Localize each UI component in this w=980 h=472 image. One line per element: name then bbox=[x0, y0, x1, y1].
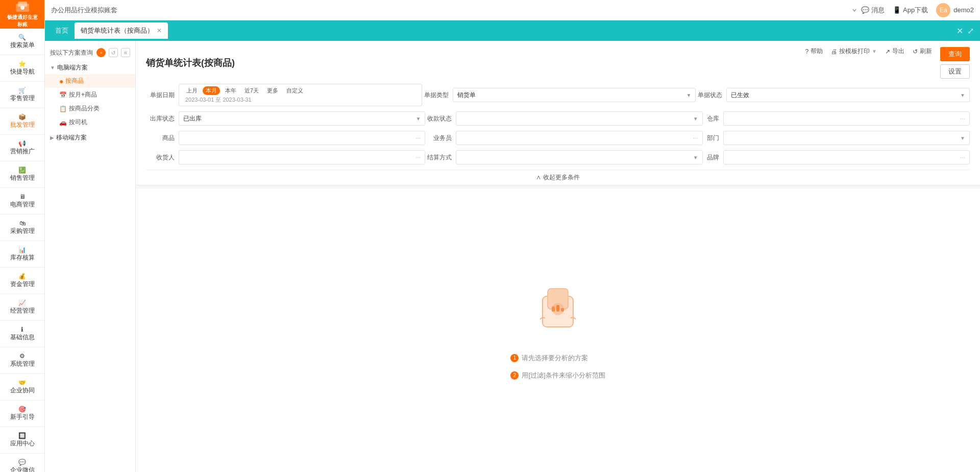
sidebar-item-guide[interactable]: 🎯 新手引导 bbox=[0, 400, 44, 427]
settle-filter[interactable]: ▼ bbox=[456, 150, 702, 164]
sidebar-item-weixin[interactable]: 💬 企业微信 bbox=[0, 454, 44, 472]
close-tab-btn[interactable]: ✕ bbox=[957, 26, 963, 36]
collapse-panel-btn[interactable]: « bbox=[121, 48, 130, 57]
pill-this-month[interactable]: 本月 bbox=[203, 86, 220, 95]
cart-icon: 🛒 bbox=[2, 87, 42, 94]
pill-7days[interactable]: 近7天 bbox=[241, 86, 262, 95]
brand-label: 品牌 bbox=[703, 153, 723, 162]
tree-expand-icon: ▼ bbox=[50, 65, 55, 70]
sidebar-label-system: 系统管理 bbox=[2, 360, 42, 368]
app-download-action[interactable]: 📱 App下载 bbox=[893, 6, 928, 15]
sidebar-item-appcenter[interactable]: 🔲 应用中心 bbox=[0, 427, 44, 454]
sidebar-item-marketing[interactable]: 📢 营销推广 bbox=[0, 135, 44, 161]
app-download-label: App下载 bbox=[903, 6, 928, 15]
sidebar-item-collab[interactable]: 🤝 企业协同 bbox=[0, 374, 44, 400]
sidebar-label-quicknav: 快捷导航 bbox=[2, 67, 42, 76]
sales-report-tab-label: 销货单统计表（按商品） bbox=[81, 26, 154, 35]
expand-tab-btn[interactable]: ⤢ bbox=[967, 26, 974, 36]
user-name: demo2 bbox=[953, 6, 974, 14]
svg-rect-7 bbox=[556, 305, 559, 312]
tab-home[interactable]: 首页 bbox=[49, 22, 75, 39]
tab-sales-report[interactable]: 销货单统计表（按商品） ✕ bbox=[75, 22, 168, 39]
department-filter[interactable]: ▼ bbox=[723, 131, 970, 145]
settings-button[interactable]: 设置 bbox=[940, 64, 970, 79]
pill-more[interactable]: 更多 bbox=[264, 86, 281, 95]
logo-text: 畅捷通好生意 bbox=[7, 14, 38, 21]
out-status-dropdown-icon: ▼ bbox=[415, 116, 421, 122]
shopping-icon: 🛍 bbox=[2, 220, 42, 227]
message-action[interactable]: 💬 消息 bbox=[861, 6, 885, 15]
tree-group-pc-header[interactable]: ▼ 电脑端方案 bbox=[45, 61, 135, 74]
avatar: Ea bbox=[936, 3, 950, 17]
collect-status-filter[interactable]: ▼ bbox=[456, 111, 702, 126]
sidebar-label-search: 搜索菜单 bbox=[2, 41, 42, 50]
tree-item-by-driver[interactable]: 🚗 按司机 bbox=[45, 115, 135, 129]
sidebar-item-retail[interactable]: 🛒 零售管理 bbox=[0, 82, 44, 108]
bill-status-label: 单据状态 bbox=[696, 91, 726, 100]
refresh-action[interactable]: ↺ 刷新 bbox=[913, 47, 932, 56]
tree-collapsed-icon: ▶ bbox=[50, 135, 54, 140]
page-header-top: 销货单统计表(按商品) ? 帮助 🖨 按模板打印 ▼ bbox=[146, 47, 970, 79]
date-filter[interactable]: 上月 本月 本年 近7天 更多 自定义 2023-03-01 至 2023-03… bbox=[179, 84, 422, 106]
left-panel-header-text: 按以下方案查询 bbox=[50, 49, 93, 57]
sidebar-item-purchase[interactable]: 🛍 采购管理 bbox=[0, 215, 44, 241]
tree-group-mobile-header[interactable]: ▶ 移动端方案 bbox=[45, 131, 135, 144]
car-icon: 🚗 bbox=[59, 119, 67, 126]
export-action[interactable]: ↗ 导出 bbox=[885, 47, 904, 56]
sidebar-label-inventory: 库存核算 bbox=[2, 253, 42, 262]
sidebar-item-ecommerce[interactable]: 🖥 电商管理 bbox=[0, 188, 44, 215]
tree-item-by-goods-category[interactable]: 📋 按商品分类 bbox=[45, 102, 135, 115]
add-scheme-btn[interactable]: + bbox=[96, 48, 106, 57]
sidebar-item-wholesale[interactable]: 📦 批发管理 bbox=[0, 108, 44, 135]
sidebar-item-sales[interactable]: 💹 销售管理 bbox=[0, 161, 44, 188]
user-action[interactable]: Ea demo2 bbox=[936, 3, 974, 17]
warehouse-dots-icon: ··· bbox=[960, 115, 965, 122]
bill-type-filter[interactable]: 销货单 ▼ bbox=[453, 88, 696, 102]
pill-last-month[interactable]: 上月 bbox=[183, 86, 201, 95]
sidebar-item-management[interactable]: 📈 经营管理 bbox=[0, 294, 44, 321]
settle-label: 结算方式 bbox=[425, 153, 456, 162]
empty-illustration bbox=[527, 278, 589, 341]
page-title: 销货单统计表(按商品) bbox=[146, 57, 235, 69]
svg-rect-8 bbox=[561, 308, 564, 312]
bill-type-dropdown-icon: ▼ bbox=[686, 92, 691, 98]
bill-status-filter[interactable]: 已生效 ▼ bbox=[726, 88, 970, 102]
app-logo: 畅捷通好生意 标账 bbox=[0, 0, 45, 29]
bill-type-label: 单据类型 bbox=[422, 91, 453, 100]
sidebar-item-quicknav[interactable]: ⭐ 快捷导航 bbox=[0, 55, 44, 82]
dropdown-icon[interactable] bbox=[852, 8, 857, 13]
goods-filter[interactable]: ··· bbox=[179, 131, 425, 145]
brand-filter[interactable]: ··· bbox=[723, 150, 970, 164]
department-dropdown-icon: ▼ bbox=[960, 135, 965, 141]
sidebar-label-appcenter: 应用中心 bbox=[2, 439, 42, 448]
brand-dots-icon: ··· bbox=[960, 154, 965, 161]
warehouse-filter[interactable]: ··· bbox=[723, 111, 970, 126]
home-tab-label: 首页 bbox=[55, 26, 68, 35]
sidebar-item-basic[interactable]: ℹ 基础信息 bbox=[0, 321, 44, 347]
sidebar-item-finance[interactable]: 💰 资金管理 bbox=[0, 268, 44, 294]
sidebar-item-inventory[interactable]: 📊 库存核算 bbox=[0, 241, 44, 268]
tree-item-by-goods[interactable]: ● 按商品 bbox=[45, 74, 135, 88]
print-action[interactable]: 🖨 按模板打印 ▼ bbox=[831, 47, 877, 56]
salesperson-filter[interactable]: ··· bbox=[456, 131, 702, 145]
collapse-bar[interactable]: ∧ 收起更多条件 bbox=[146, 170, 970, 185]
help-label: 帮助 bbox=[811, 47, 823, 56]
tree-item-by-month-goods[interactable]: 📅 按月+商品 bbox=[45, 88, 135, 102]
trend-icon: 📈 bbox=[2, 299, 42, 306]
refresh-scheme-btn[interactable]: ↺ bbox=[109, 48, 118, 57]
tab-close-icon[interactable]: ✕ bbox=[157, 27, 162, 34]
sidebar-item-search[interactable]: 🔍 搜索菜单 bbox=[0, 29, 44, 55]
sidebar-item-system[interactable]: ⚙ 系统管理 bbox=[0, 347, 44, 374]
receiver-filter[interactable]: ··· bbox=[179, 150, 425, 164]
empty-state: 1 请先选择要分析的方案 2 用[过滤]条件来缩小分析范围 bbox=[136, 188, 980, 472]
out-status-filter[interactable]: 已出库 ▼ bbox=[179, 111, 425, 126]
sidebar-label-finance: 资金管理 bbox=[2, 280, 42, 289]
top-bar: 办公用品行业模拟账套 💬 消息 📱 App下载 Ea demo2 bbox=[45, 0, 980, 20]
pill-custom[interactable]: 自定义 bbox=[283, 86, 306, 95]
help-action[interactable]: ? 帮助 bbox=[805, 47, 823, 56]
export-icon: ↗ bbox=[885, 48, 890, 55]
query-button[interactable]: 查询 bbox=[940, 47, 970, 61]
salesperson-label: 业务员 bbox=[425, 134, 456, 143]
grid-icon: 🔲 bbox=[2, 432, 42, 439]
pill-this-year[interactable]: 本年 bbox=[222, 86, 239, 95]
